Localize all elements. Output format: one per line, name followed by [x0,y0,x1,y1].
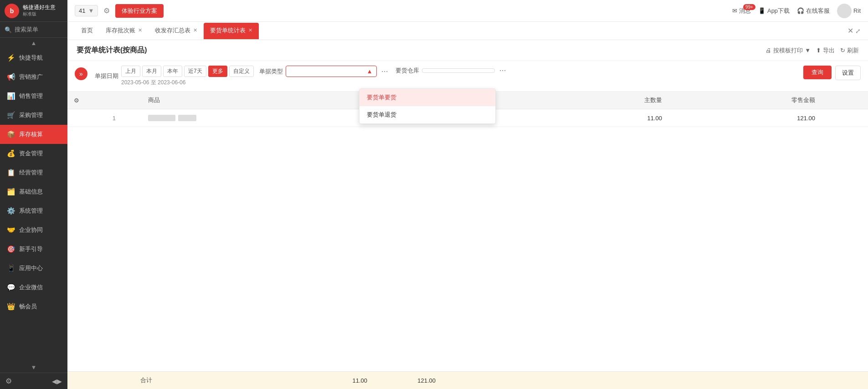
filter-date-range: 2023-05-06 至 2023-06-06 [121,79,254,87]
sidebar-item-label: 新手引导 [19,245,43,253]
sidebar-item-label: 销售管理 [19,92,43,100]
product-name [148,115,374,121]
sidebar-item-marketing[interactable]: 📢 营销推广 [0,67,67,87]
filter-group: 单据日期 上月 本月 本年 近7天 更多 自定义 2023-05-06 至 20… [95,66,796,87]
th-product: 商品 [143,92,380,109]
footer-total-label: 合计 [113,376,158,384]
doctype-arrow-up: ▲ [367,68,373,75]
date-btn-7days[interactable]: 近7天 [184,66,206,77]
inventory-icon: 📦 [6,130,15,139]
basic-icon: 🗂️ [6,187,15,196]
app-download-icon: 📱 [758,7,765,14]
sidebar-item-basic[interactable]: 🗂️ 基础信息 [0,182,67,201]
tab-order-stats[interactable]: 要货单统计表 ✕ [204,23,259,39]
page-header-actions: 🖨 按模板打印 ▼ ⬆ 导出 ↻ 刷新 [765,46,859,55]
dropdown-item-order-return[interactable]: 要货单退货 [360,106,495,123]
sidebar-item-label: 企业协同 [19,226,43,234]
date-btn-this-year[interactable]: 本年 [163,66,182,77]
sidebar-logo: b 畅捷通好生意 标准版 [0,0,67,22]
online-service-item[interactable]: 🎧 在线客服 [797,7,830,15]
settings-button[interactable]: 设置 [835,66,861,80]
user-avatar-item[interactable]: Rit [837,4,861,18]
page-content: 要货单统计表(按商品) 🖨 按模板打印 ▼ ⬆ 导出 ↻ 刷新 [67,40,868,389]
doctype-select[interactable]: ▲ [286,66,377,77]
filter-expand-btn[interactable]: » [75,67,87,80]
sidebar-item-label: 资金管理 [19,149,43,158]
sidebar-item-purchase[interactable]: 🛒 采购管理 [0,106,67,125]
wechat-icon: 💬 [6,283,15,292]
td-product [143,109,380,127]
print-template-label: 按模板打印 [773,46,803,55]
tab-home[interactable]: 首页 [75,23,99,39]
print-dropdown-icon: ▼ [805,47,811,54]
breadcrumb-input[interactable]: 41 ▼ [75,5,98,16]
filter-doctype-item: 单据类型 ▲ ··· [259,66,390,77]
sidebar-item-appstore[interactable]: 📱 应用中心 [0,259,67,278]
td-check [67,109,86,127]
export-action[interactable]: ⬆ 导出 [816,46,835,55]
th-row-num [86,92,143,109]
tabs-close-all[interactable]: ✕ [847,26,853,35]
user-name: Rit [853,7,861,14]
tabs-bar: 首页 库存批次账 ✕ 收发存汇总表 ✕ 要货单统计表 ✕ ✕ ⤢ [67,22,868,40]
th-settings[interactable]: ⚙ [67,92,86,109]
tab-inventory-batch[interactable]: 库存批次账 ✕ [99,23,149,39]
tab-order-stats-close[interactable]: ✕ [248,27,252,33]
sidebar-menu: ⚡ 快捷导航 📢 营销推广 📊 销售管理 🛒 采购管理 📦 库存核算 💰 资金管… [0,48,67,362]
refresh-label: 刷新 [847,46,859,55]
sidebar-item-quick-nav[interactable]: ⚡ 快捷导航 [0,48,67,67]
sidebar-item-label: 经营管理 [19,169,43,177]
sidebar-item-inventory[interactable]: 📦 库存核算 [0,125,67,144]
notification-item[interactable]: ✉ 消息 99+ [732,7,751,15]
settings-icon[interactable]: ⚙ [74,97,79,104]
sidebar-item-finance[interactable]: 💰 资金管理 [0,144,67,163]
footer-amount: 121.00 [376,377,445,384]
topbar-settings-icon[interactable]: ⚙ [103,6,110,15]
export-label: 导出 [823,46,835,55]
sidebar-item-label: 系统管理 [19,207,43,215]
guide-icon: 🎯 [6,245,15,254]
sidebar-item-guide[interactable]: 🎯 新手引导 [0,240,67,259]
print-template-action[interactable]: 🖨 按模板打印 ▼ [765,46,811,55]
date-filter-label: 单据日期 [95,72,118,80]
refresh-action[interactable]: ↻ 刷新 [840,46,859,55]
date-btn-last-month[interactable]: 上月 [121,66,140,77]
expand-icon: » [79,70,83,77]
headset-icon: 🎧 [797,7,804,14]
date-btn-more[interactable]: 更多 [208,66,227,77]
tab-collect-summary-label: 收发存汇总表 [155,26,190,35]
sidebar-item-sales[interactable]: 📊 销售管理 [0,87,67,106]
settings-icon[interactable]: ⚙ [5,377,12,385]
sidebar-item-label: 应用中心 [19,264,43,272]
date-btn-this-month[interactable]: 本月 [142,66,161,77]
tab-collect-summary[interactable]: 收发存汇总表 ✕ [149,23,204,39]
collapse-toggle[interactable]: ◀▶ [52,378,62,385]
filter-warehouse-item: 要货仓库 ··· [395,66,508,75]
tabs-expand[interactable]: ⤢ [855,27,861,35]
table-footer: 合计 11.00 121.00 [67,371,868,389]
query-button[interactable]: 查询 [803,66,832,79]
product-placeholder [148,115,175,121]
page-header: 要货单统计表(按商品) 🖨 按模板打印 ▼ ⬆ 导出 ↻ 刷新 [67,40,868,61]
sidebar-item-operations[interactable]: 📋 经营管理 [0,163,67,182]
table-wrapper: ⚙ 商品 主计量单位 主数量 零售金额 1 [67,92,868,371]
trial-btn[interactable]: 体验行业方案 [115,4,164,18]
tab-inventory-batch-label: 库存批次账 [106,26,135,35]
warehouse-more[interactable]: ··· [498,66,508,75]
tab-inventory-batch-close[interactable]: ✕ [138,27,142,33]
app-download-item[interactable]: 📱 App下载 [758,7,790,15]
sidebar-scroll-up[interactable]: ▲ [0,38,67,48]
sidebar-item-member[interactable]: 👑 畅会员 [0,297,67,316]
sidebar-scroll-down[interactable]: ▼ [0,362,67,373]
tab-collect-summary-close[interactable]: ✕ [193,27,197,33]
sidebar-item-wechat[interactable]: 💬 企业微信 [0,278,67,297]
sidebar-search[interactable]: 🔍 搜索菜单 [0,22,67,38]
app-download-label: App下载 [767,7,790,15]
th-extra [824,92,868,109]
sidebar-item-enterprise[interactable]: 🤝 企业协同 [0,220,67,240]
date-btn-custom[interactable]: 自定义 [229,66,254,77]
sidebar-item-system[interactable]: ⚙️ 系统管理 [0,201,67,220]
doctype-more[interactable]: ··· [380,67,390,76]
dropdown-item-order-goods[interactable]: 要货单要货 [360,89,495,106]
warehouse-select[interactable] [422,68,495,73]
